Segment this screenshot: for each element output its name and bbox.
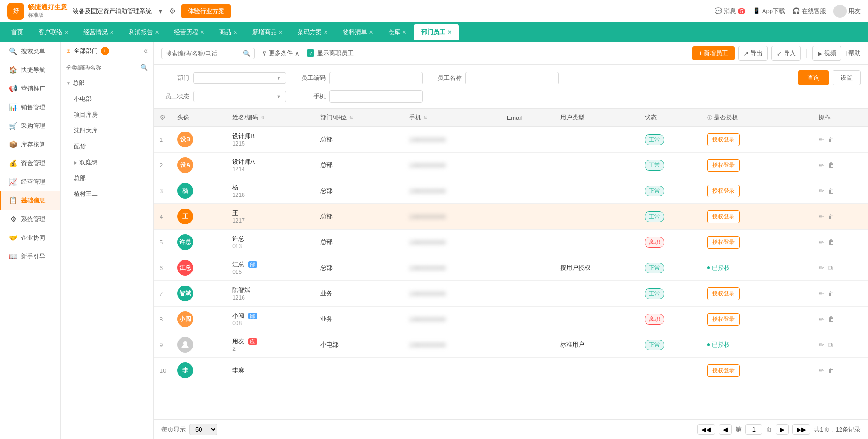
- auth-login-btn[interactable]: 授权登录: [707, 313, 740, 326]
- auth-login-btn[interactable]: 授权登录: [707, 159, 740, 172]
- app-download-btn[interactable]: 📱 App下载: [753, 7, 785, 15]
- auth-login-btn[interactable]: 授权登录: [707, 364, 740, 377]
- auth-login-btn[interactable]: 授权登录: [707, 210, 740, 223]
- delete-icon[interactable]: 🗑: [828, 367, 834, 374]
- search-btn[interactable]: 查询: [798, 70, 829, 85]
- gear-icon[interactable]: ⚙: [160, 113, 166, 121]
- status-select[interactable]: ▼: [193, 91, 286, 102]
- sidebar-item-basic[interactable]: 📋 基础信息: [0, 191, 60, 210]
- delete-icon[interactable]: 🗑: [828, 290, 834, 297]
- auth-login-btn[interactable]: 授权登录: [707, 236, 740, 249]
- online-service-btn[interactable]: 🎧 在线客服: [792, 7, 826, 15]
- close-icon[interactable]: ✕: [64, 29, 69, 35]
- dept-item-shuangting[interactable]: ▶ 双庭想: [61, 154, 153, 170]
- tab-operation[interactable]: 经营情况 ✕: [76, 24, 121, 40]
- video-btn[interactable]: ▶ 视频: [812, 46, 841, 61]
- edit-icon[interactable]: ✏: [819, 367, 824, 374]
- settings-btn[interactable]: ⚙: [169, 7, 176, 15]
- trial-btn[interactable]: 体验行业方案: [181, 4, 231, 18]
- message-btn[interactable]: 💬 消息 5: [715, 7, 745, 15]
- copy-icon[interactable]: ⧉: [828, 341, 833, 349]
- tree-search-input[interactable]: [66, 64, 138, 71]
- next-page-btn[interactable]: ▶: [776, 424, 789, 435]
- sidebar-item-system[interactable]: ⚙ 系统管理: [0, 210, 60, 229]
- add-employee-btn[interactable]: + 新增员工: [692, 46, 735, 60]
- dept-item-project[interactable]: 项目库房: [61, 107, 153, 123]
- dept-select[interactable]: ▼: [193, 72, 286, 84]
- dept-item-headquarters[interactable]: ▼ 总部: [61, 75, 153, 91]
- delete-icon[interactable]: 🗑: [828, 161, 834, 169]
- delete-icon[interactable]: 🗑: [828, 238, 834, 246]
- edit-icon[interactable]: ✏: [819, 264, 824, 272]
- delete-icon[interactable]: 🗑: [828, 136, 834, 143]
- tab-bom[interactable]: 物料清单 ✕: [335, 24, 381, 40]
- tab-dept-employee[interactable]: 部门员工 ✕: [414, 24, 459, 40]
- tab-history[interactable]: 经营历程 ✕: [167, 24, 212, 40]
- dept-item-shenyang[interactable]: 沈阳大库: [61, 123, 153, 139]
- delete-icon[interactable]: 🗑: [828, 213, 834, 220]
- prev-page-btn[interactable]: ◀: [719, 424, 732, 435]
- tab-new-goods[interactable]: 新增商品 ✕: [245, 24, 290, 40]
- close-icon[interactable]: ✕: [200, 29, 204, 35]
- last-page-btn[interactable]: ▶▶: [792, 424, 810, 435]
- page-input[interactable]: [745, 424, 762, 435]
- dept-item-electronics[interactable]: 小电部: [61, 91, 153, 107]
- tab-customer[interactable]: 客户联络 ✕: [31, 24, 76, 40]
- user-btn[interactable]: 用友: [833, 5, 861, 18]
- sidebar-item-marketing[interactable]: 📢 营销推广: [0, 79, 60, 98]
- edit-icon[interactable]: ✏: [819, 341, 824, 348]
- search-input[interactable]: [166, 50, 240, 57]
- collapse-tree-btn[interactable]: «: [144, 47, 148, 55]
- emp-code-input[interactable]: [329, 72, 423, 84]
- close-icon[interactable]: ✕: [402, 29, 406, 35]
- emp-name-input[interactable]: [465, 72, 559, 84]
- system-dropdown-btn[interactable]: ▼: [157, 7, 164, 15]
- set-btn[interactable]: 设置: [833, 70, 861, 85]
- edit-icon[interactable]: ✏: [819, 213, 824, 220]
- edit-icon[interactable]: ✏: [819, 161, 824, 169]
- sidebar-item-search[interactable]: 🔍 搜索菜单: [0, 42, 60, 61]
- auth-login-btn[interactable]: 授权登录: [707, 287, 740, 300]
- edit-icon[interactable]: ✏: [819, 136, 824, 143]
- sidebar-item-purchase[interactable]: 🛒 采购管理: [0, 117, 60, 135]
- page-size-select[interactable]: 50 100 200: [189, 424, 217, 435]
- tab-barcode[interactable]: 条码方案 ✕: [290, 24, 335, 40]
- import-btn[interactable]: ↙ 导入: [771, 46, 801, 61]
- tab-warehouse[interactable]: 仓库 ✕: [381, 24, 414, 40]
- dept-item-distribution[interactable]: 配货: [61, 139, 153, 154]
- close-icon[interactable]: ✕: [447, 29, 451, 35]
- edit-icon[interactable]: ✏: [819, 238, 824, 246]
- edit-icon[interactable]: ✏: [819, 315, 824, 323]
- tab-home[interactable]: 首页: [4, 24, 31, 40]
- close-icon[interactable]: ✕: [278, 29, 283, 35]
- phone-input[interactable]: [329, 90, 423, 103]
- show-resigned-toggle[interactable]: ✓ 显示离职员工: [307, 49, 354, 57]
- first-page-btn[interactable]: ◀◀: [697, 424, 715, 435]
- close-icon[interactable]: ✕: [155, 29, 159, 35]
- copy-icon[interactable]: ⧉: [828, 264, 833, 272]
- close-icon[interactable]: ✕: [324, 29, 328, 35]
- help-btn[interactable]: | 帮助: [845, 49, 861, 57]
- edit-icon[interactable]: ✏: [819, 290, 824, 297]
- sidebar-item-sales[interactable]: 📊 销售管理: [0, 98, 60, 117]
- tab-goods[interactable]: 商品 ✕: [212, 24, 245, 40]
- auth-login-btn[interactable]: 授权登录: [707, 185, 740, 197]
- sidebar-item-operation[interactable]: 📈 经营管理: [0, 173, 60, 191]
- dept-item-zhishu[interactable]: 植树王二: [61, 186, 153, 202]
- auth-login-btn[interactable]: 授权登录: [707, 133, 740, 146]
- delete-icon[interactable]: 🗑: [828, 315, 834, 323]
- close-icon[interactable]: ✕: [110, 29, 114, 35]
- edit-icon[interactable]: ✏: [819, 187, 824, 195]
- more-filters-btn[interactable]: ⊽ 更多条件 ∧: [258, 47, 303, 59]
- close-icon[interactable]: ✕: [369, 29, 373, 35]
- close-icon[interactable]: ✕: [233, 29, 237, 35]
- add-dept-btn[interactable]: +: [101, 47, 109, 55]
- sidebar-item-inventory[interactable]: 📦 库存核算: [0, 135, 60, 154]
- sidebar-item-enterprise[interactable]: 🤝 企业协同: [0, 229, 60, 247]
- sidebar-item-quick-nav[interactable]: 🏠 快捷导航: [0, 61, 60, 79]
- sidebar-item-guide[interactable]: 📖 新手引导: [0, 247, 60, 266]
- delete-icon[interactable]: 🗑: [828, 187, 834, 195]
- export-btn[interactable]: ↗ 导出: [738, 46, 768, 61]
- tab-profit[interactable]: 利润报告 ✕: [121, 24, 167, 40]
- sidebar-item-finance[interactable]: 💰 资金管理: [0, 154, 60, 173]
